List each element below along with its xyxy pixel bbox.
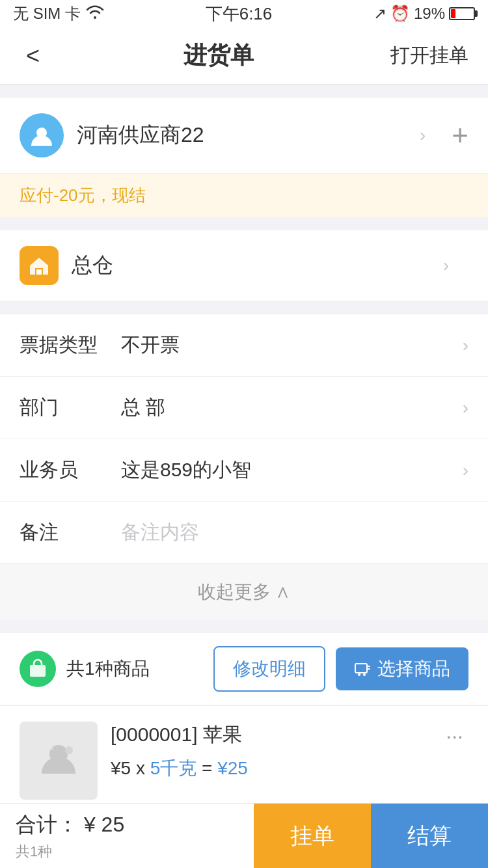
status-bar: 无 SIM 卡 下午6:16 ↗ ⏰ 19%	[0, 0, 488, 27]
department-label: 部门	[20, 394, 111, 421]
total-value: ¥ 25	[84, 813, 124, 836]
product-more-button[interactable]: ···	[441, 722, 468, 751]
bottom-bar: 合计： ¥ 25 共1种 挂单 结算	[0, 803, 488, 868]
open-pending-button[interactable]: 打开挂单	[390, 42, 468, 69]
svg-rect-2	[36, 269, 42, 275]
supplier-row[interactable]: 河南供应商22 › +	[0, 98, 488, 174]
warehouse-chevron-icon: ›	[443, 255, 449, 276]
supplier-avatar	[20, 113, 64, 157]
status-time: 下午6:16	[206, 3, 273, 25]
supplier-card: 河南供应商22 › + 应付-20元，现结	[0, 98, 488, 217]
page-title: 进货单	[183, 40, 254, 72]
products-count: 共1种商品	[66, 657, 203, 681]
edit-detail-button[interactable]: 修改明细	[213, 646, 325, 692]
collapse-button[interactable]: 收起更多 ∧	[0, 563, 488, 620]
warehouse-name: 总仓	[72, 251, 443, 280]
collapse-label: 收起更多 ∧	[198, 582, 291, 602]
svg-point-5	[358, 673, 360, 676]
total-count: 共1种	[16, 842, 238, 861]
warehouse-icon	[20, 246, 59, 285]
salesman-label: 业务员	[20, 457, 111, 483]
battery-fill	[451, 9, 455, 18]
remark-label: 备注	[20, 519, 111, 546]
svg-rect-3	[30, 665, 46, 677]
wifi-icon	[86, 5, 104, 23]
total-section: 合计： ¥ 25 共1种	[0, 804, 254, 868]
svg-rect-4	[355, 664, 367, 673]
product-total: ¥25	[217, 758, 248, 778]
form-card: 票据类型 不开票 › 部门 总 部 › 业务员 这是859的小智 › 备注 备注…	[0, 314, 488, 620]
invoice-label: 票据类型	[20, 332, 111, 359]
invoice-value: 不开票	[111, 332, 463, 359]
product-name: [0000001] 苹果	[111, 722, 427, 748]
product-price: ¥5 x 5千克 = ¥25	[111, 756, 427, 781]
products-icon	[20, 651, 56, 687]
nav-bar: < 进货单 打开挂单	[0, 27, 488, 85]
department-value: 总 部	[111, 394, 463, 421]
select-product-label: 选择商品	[377, 657, 450, 681]
battery-icon	[449, 7, 475, 20]
total-label: 合计：	[16, 813, 78, 836]
products-header: 共1种商品 修改明细 选择商品	[0, 633, 488, 705]
location-icon: ↗	[373, 5, 386, 23]
department-chevron-icon: ›	[463, 398, 468, 418]
svg-point-6	[363, 673, 366, 676]
products-section: 共1种商品 修改明细 选择商品 [0000001] 苹果	[0, 633, 488, 815]
product-item: [0000001] 苹果 ¥5 x 5千克 = ¥25 ···	[0, 705, 488, 815]
status-indicators: ↗ ⏰ 19%	[373, 5, 475, 23]
product-quantity: 5千克	[150, 758, 197, 778]
gap-3	[0, 301, 488, 314]
hold-button[interactable]: 挂单	[254, 804, 371, 868]
add-button[interactable]: +	[452, 119, 468, 152]
invoice-chevron-icon: ›	[463, 335, 468, 356]
product-thumb-icon	[33, 735, 85, 787]
warehouse-row[interactable]: 总仓 ›	[0, 230, 488, 301]
gap-1	[0, 85, 488, 98]
remark-input[interactable]: 备注内容	[111, 519, 468, 546]
cart-icon	[354, 660, 372, 678]
supplier-chevron-icon: ›	[420, 125, 426, 146]
checkout-button[interactable]: 结算	[371, 804, 488, 868]
total-amount: 合计： ¥ 25	[16, 811, 238, 839]
status-carrier: 无 SIM 卡	[13, 3, 104, 24]
product-id: [0000001]	[111, 724, 203, 745]
select-product-button[interactable]: 选择商品	[336, 647, 468, 690]
product-info: [0000001] 苹果 ¥5 x 5千克 = ¥25	[111, 722, 427, 781]
svg-point-8	[65, 746, 73, 754]
salesman-chevron-icon: ›	[463, 460, 468, 481]
gap-4	[0, 620, 488, 633]
product-thumbnail	[20, 722, 98, 800]
salesman-row[interactable]: 业务员 这是859的小智 ›	[0, 439, 488, 501]
carrier-text: 无 SIM 卡	[13, 3, 81, 24]
remark-row[interactable]: 备注 备注内容	[0, 501, 488, 563]
alert-banner: 应付-20元，现结	[0, 174, 488, 217]
battery-percent: 19%	[414, 5, 445, 23]
alarm-icon: ⏰	[390, 5, 410, 23]
warehouse-card: 总仓 ›	[0, 230, 488, 301]
back-button[interactable]: <	[20, 36, 46, 76]
gap-2	[0, 217, 488, 230]
invoice-row[interactable]: 票据类型 不开票 ›	[0, 314, 488, 376]
supplier-name: 河南供应商22	[77, 121, 420, 150]
department-row[interactable]: 部门 总 部 ›	[0, 376, 488, 439]
salesman-value: 这是859的小智	[111, 457, 463, 483]
